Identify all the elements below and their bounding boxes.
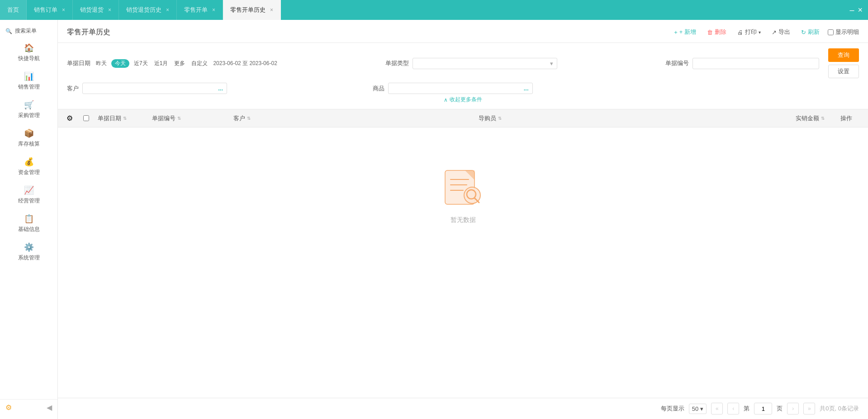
column-header-date[interactable]: 单据日期 ⇅ [94, 114, 148, 122]
tab-close-sales-return-history[interactable]: × [166, 7, 169, 13]
table-area: ⚙ 单据日期 ⇅ 单据编号 ⇅ 客户 ⇅ 导购员 ⇅ [58, 109, 868, 398]
tab-close-sales-return[interactable]: × [108, 7, 111, 13]
collapse-up-icon: ∧ [444, 97, 448, 103]
total-info: 共0页, 0条记录 [820, 405, 859, 413]
goods-filter: 商品 ... [373, 83, 533, 94]
sidebar-item-quick-nav[interactable]: 🏠 快捷导航 [0, 38, 57, 67]
select-all-checkbox[interactable] [83, 115, 89, 121]
collapse-more-btn[interactable]: ∧ 收起更多条件 [67, 96, 859, 104]
type-filter: 单据类型 ▾ [385, 58, 557, 69]
refresh-icon: ↻ [801, 29, 806, 36]
date-shortcuts: 昨天 今天 近7天 近1月 更多 自定义 [94, 59, 209, 68]
sidebar-item-sales[interactable]: 📊 销售管理 [0, 67, 57, 95]
shortcut-custom[interactable]: 自定义 [190, 59, 209, 68]
close-icon[interactable]: × [858, 5, 863, 15]
tab-retail-order[interactable]: 零售开单 × [177, 0, 223, 20]
column-header-customer[interactable]: 客户 ⇅ [230, 114, 475, 122]
page-number-input[interactable] [754, 403, 772, 414]
first-page-button[interactable]: « [711, 403, 723, 414]
sidebar-item-system[interactable]: ⚙️ 系统管理 [0, 238, 57, 266]
sort-guide-icon: ⇅ [498, 116, 502, 121]
minimize-icon[interactable]: – [849, 5, 854, 15]
shortcut-7days[interactable]: 近7天 [132, 59, 150, 68]
sidebar-search[interactable]: 🔍 搜索采单 [0, 24, 57, 38]
next-page-button[interactable]: › [787, 403, 799, 414]
print-dropdown-icon: ▾ [759, 30, 761, 35]
sort-date-icon: ⇅ [123, 116, 127, 121]
column-header-guide[interactable]: 导购员 ⇅ [475, 114, 529, 122]
delete-button[interactable]: 🗑 删除 [704, 26, 729, 38]
tab-sales-return-history[interactable]: 销货退货历史 × [119, 0, 177, 20]
column-header-number[interactable]: 单据编号 ⇅ [148, 114, 230, 122]
filter-action-buttons: 查询 设置 [828, 48, 859, 78]
tab-close-retail-order[interactable]: × [212, 7, 215, 13]
sidebar-item-finance[interactable]: 💰 资金管理 [0, 152, 57, 181]
number-filter: 单据编号 [665, 58, 819, 69]
type-dropdown-icon: ▾ [550, 60, 553, 67]
tab-sales-return[interactable]: 销货退货 × [73, 0, 119, 20]
delete-icon: 🗑 [707, 29, 713, 36]
export-icon: ↗ [772, 29, 777, 36]
home-icon: 🏠 [24, 43, 34, 53]
tab-close-sales-order[interactable]: × [62, 7, 65, 13]
page-title: 零售开单历史 [67, 28, 110, 37]
date-range-display: 2023-06-02 至 2023-06-02 [213, 60, 277, 67]
filter-row-2: 客户 ... 商品 ... [67, 83, 859, 94]
filter-settings-button[interactable]: 设置 [828, 65, 859, 78]
refresh-button[interactable]: ↻ 刷新 [798, 26, 822, 38]
prev-page-button[interactable]: ‹ [727, 403, 739, 414]
date-filter: 单据日期 昨天 今天 近7天 近1月 更多 自定义 2023-06-02 至 2… [67, 59, 277, 68]
filter-area: 单据日期 昨天 今天 近7天 近1月 更多 自定义 2023-06-02 至 2… [58, 43, 868, 109]
sort-customer-icon: ⇅ [247, 116, 251, 121]
table-settings-icon[interactable]: ⚙ [62, 114, 78, 122]
type-select[interactable]: ▾ [413, 58, 557, 69]
customer-filter: 客户 ... [67, 83, 227, 94]
tab-home[interactable]: 首页 [0, 0, 27, 20]
display-detail-checkbox[interactable] [828, 29, 834, 35]
sales-icon: 📊 [24, 71, 34, 81]
operations-icon: 📈 [24, 185, 34, 195]
empty-state: 暂无数据 [58, 127, 868, 260]
display-detail-checkbox-container: 显示明细 [828, 28, 859, 36]
sidebar-item-purchase[interactable]: 🛒 采购管理 [0, 95, 57, 124]
column-header-action: 操作 [828, 114, 864, 122]
table-select-all[interactable] [78, 115, 94, 121]
shortcut-yesterday[interactable]: 昨天 [94, 59, 109, 68]
print-button[interactable]: 🖨 打印 ▾ [735, 26, 764, 38]
sidebar: 🔍 搜索采单 🏠 快捷导航 📊 销售管理 🛒 采购管理 📦 库存核算 💰 资金管… [0, 20, 58, 419]
sidebar-item-basic-info[interactable]: 📋 基础信息 [0, 209, 57, 238]
table-header: ⚙ 单据日期 ⇅ 单据编号 ⇅ 客户 ⇅ 导购员 ⇅ [58, 109, 868, 127]
finance-icon: 💰 [24, 157, 34, 167]
goods-input[interactable]: ... [388, 83, 533, 94]
export-button[interactable]: ↗ 导出 [769, 26, 793, 38]
shortcut-1month[interactable]: 近1月 [152, 59, 170, 68]
purchase-icon: 🛒 [24, 100, 34, 110]
system-icon: ⚙️ [24, 242, 34, 252]
pagination-bar: 每页显示 50 ▾ « ‹ 第 页 › » 共0页, 0条记录 [58, 398, 868, 419]
filter-row-1: 单据日期 昨天 今天 近7天 近1月 更多 自定义 2023-06-02 至 2… [67, 48, 859, 78]
print-icon: 🖨 [737, 29, 743, 36]
tab-retail-order-history[interactable]: 零售开单历史 × [223, 0, 281, 20]
shortcut-more[interactable]: 更多 [172, 59, 187, 68]
settings-gear-icon[interactable]: ⚙ [5, 403, 12, 412]
sidebar-item-inventory[interactable]: 📦 库存核算 [0, 124, 57, 152]
tab-close-retail-order-history[interactable]: × [270, 7, 273, 13]
last-page-button[interactable]: » [803, 403, 815, 414]
query-button[interactable]: 查询 [828, 48, 859, 62]
page-size-dropdown-icon: ▾ [700, 405, 703, 412]
tab-sales-order[interactable]: 销售订单 × [27, 0, 73, 20]
sort-number-icon: ⇅ [177, 116, 181, 121]
main-content: 零售开单历史 + + 新增 🗑 删除 🖨 打印 ▾ ↗ 导出 [58, 20, 868, 419]
window-controls: – × [849, 5, 863, 15]
empty-illustration [436, 164, 490, 209]
sidebar-item-operations[interactable]: 📈 经营管理 [0, 181, 57, 209]
add-button[interactable]: + + 新增 [671, 26, 699, 38]
collapse-sidebar-icon[interactable]: ◀ [47, 403, 52, 412]
page-size-select[interactable]: 50 ▾ [689, 404, 707, 414]
top-tab-bar: 首页 销售订单 × 销货退货 × 销货退货历史 × 零售开单 × 零售开单历史 … [0, 0, 868, 20]
shortcut-today[interactable]: 今天 [111, 59, 129, 68]
page-header: 零售开单历史 + + 新增 🗑 删除 🖨 打印 ▾ ↗ 导出 [58, 20, 868, 43]
customer-input[interactable]: ... [82, 83, 227, 94]
column-header-amount[interactable]: 实销金额 ⇅ [774, 114, 828, 122]
number-input[interactable] [693, 58, 819, 69]
